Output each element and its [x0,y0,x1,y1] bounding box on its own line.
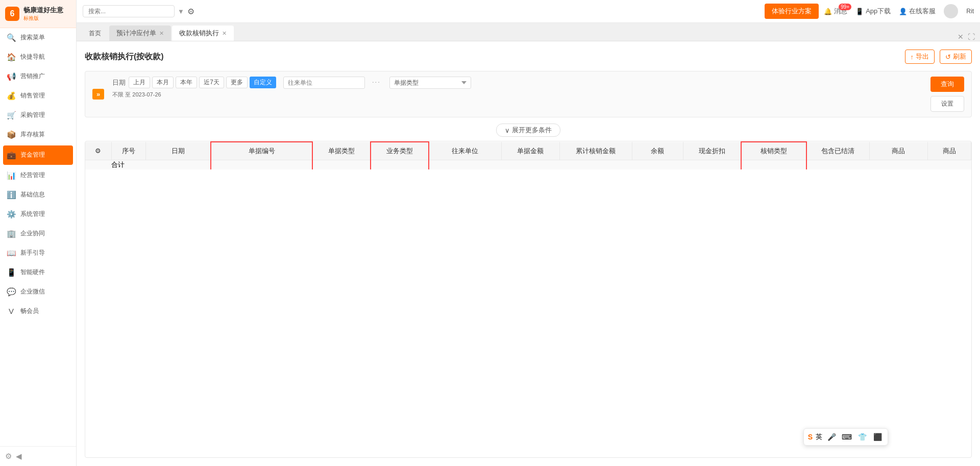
page-title: 收款核销执行(按收款) [85,52,164,62]
filter-expand-button[interactable]: » [92,89,104,100]
tab-expand-icon[interactable]: ⛶ [968,33,975,41]
gear-icon: ⚙️ [6,210,16,219]
mic-icon[interactable]: 🎤 [825,431,838,443]
sidebar-item-label: 新手引导 [20,249,45,257]
sidebar-bottom: ⚙ ◀ [0,446,76,466]
page-header: 收款核销执行(按收款) ↑ 导出 ↺ 刷新 [85,50,972,64]
table-gear-icon[interactable]: ⚙ [95,147,101,155]
topbar-search-input[interactable] [83,5,175,17]
sidebar-item-hardware[interactable]: 📱 智能硬件 [0,263,76,282]
more-filters-icon[interactable]: ... [372,77,382,84]
sidebar-item-newbie[interactable]: 📖 新手引导 [0,243,76,263]
collapse-icon[interactable]: ◀ [16,452,22,461]
avatar [944,4,958,18]
topbar-gear-icon[interactable]: ⚙ [187,7,194,16]
sidebar-item-label: 库存核算 [20,130,45,139]
home-icon: 🏠 [6,53,16,62]
sidebar-item-operations[interactable]: 📊 经营管理 [0,166,76,185]
username[interactable]: Rit [966,8,974,15]
footer-bill-amount [501,160,559,170]
sidebar-item-basic[interactable]: ℹ️ 基础信息 [0,185,76,205]
industry-solution-button[interactable]: 体验行业方案 [765,4,819,19]
footer-row: 合计 [85,160,971,170]
box-icon: 📦 [6,130,16,139]
sidebar-item-search[interactable]: 🔍 搜索菜单 [0,28,76,47]
export-button[interactable]: ↑ 导出 [905,50,935,64]
footer-total-offset [559,160,632,170]
sidebar-item-label: 搜索菜单 [20,33,45,42]
tab-home[interactable]: 首页 [82,26,108,41]
footer-goods2 [927,160,971,170]
app-logo-icon: 6 [5,7,19,21]
tab-close-all-icon[interactable]: ✕ [958,33,964,41]
th-seq: 序号 [111,142,145,160]
footer-offset-type [741,160,806,170]
data-table-container: ⚙ 序号 日期 单据编号 单据类型 业务类型 往来单位 单据金额 累计核销金额 … [85,141,972,458]
tab-collection[interactable]: 收款核销执行 ✕ [172,26,234,41]
phone-icon: 📱 [855,8,864,15]
apps-icon[interactable]: ⬛ [871,431,884,443]
th-gear[interactable]: ⚙ [85,142,111,160]
sidebar-item-wechat[interactable]: 💬 企业微信 [0,282,76,302]
this-month-btn[interactable]: 本月 [152,77,174,88]
data-table: ⚙ 序号 日期 单据编号 单据类型 业务类型 往来单位 单据金额 累计核销金额 … [85,141,971,169]
sidebar-item-finance[interactable]: 💼 资金管理 [3,145,73,165]
sidebar-item-quicknav[interactable]: 🏠 快捷导航 [0,47,76,67]
tab-close-icon[interactable]: ✕ [222,30,227,37]
tabs-right: ✕ ⛶ [958,33,975,41]
shirt-icon[interactable]: 👕 [856,431,868,443]
footer-label: 合计 [111,160,211,170]
footer-bill-type [312,160,371,170]
custom-date-btn[interactable]: 自定义 [250,77,276,88]
expand-more-bar: ∨ 展开更多条件 [85,124,972,137]
footer-partner [429,160,501,170]
sidebar-item-sales[interactable]: 💰 销售管理 [0,86,76,106]
chart-icon: 📊 [6,171,16,180]
sidebar-item-vip[interactable]: V 畅会员 [0,302,76,321]
sidebar-item-label: 经营管理 [20,171,45,180]
sidebar-item-label: 智能硬件 [20,268,45,277]
date-range: 不限 至 2023-07-26 [112,91,276,99]
sidebar-item-purchase[interactable]: 🛒 采购管理 [0,106,76,125]
more-date-btn[interactable]: 更多 [226,77,248,88]
sidebar-item-enterprise[interactable]: 🏢 企业协同 [0,224,76,243]
th-biz-type: 业务类型 [371,142,429,160]
partner-input[interactable] [283,77,365,89]
page-actions: ↑ 导出 ↺ 刷新 [905,50,972,64]
filter-settings-button[interactable]: 设置 [930,96,964,112]
settings-bottom-icon[interactable]: ⚙ [5,452,12,461]
tab-close-icon[interactable]: ✕ [159,30,164,37]
query-button[interactable]: 查询 [930,77,964,92]
keyboard-icon[interactable]: ⌨ [841,431,853,443]
table-header-row: ⚙ 序号 日期 单据编号 单据类型 业务类型 往来单位 单据金额 累计核销金额 … [85,142,971,160]
topbar-online-service[interactable]: 👤 在线客服 [899,7,936,16]
last-7-days-btn[interactable]: 近7天 [199,77,224,88]
this-year-btn[interactable]: 本年 [176,77,197,88]
th-offset-type: 核销类型 [741,142,806,160]
filter-dots: ... [372,77,382,84]
topbar-message[interactable]: 🔔 消息 99+ [824,7,847,16]
sidebar-item-label: 快捷导航 [20,53,45,61]
tab-prepay[interactable]: 预计冲应付单 ✕ [109,26,171,41]
expand-more-button[interactable]: ∨ 展开更多条件 [496,124,560,137]
sougou-input-bar: S 英 🎤 ⌨ 👕 ⬛ [803,428,888,446]
sidebar-item-system[interactable]: ⚙️ 系统管理 [0,205,76,224]
date-label: 日期 [112,78,126,87]
sougou-label: 英 [816,432,822,442]
bill-type-select[interactable]: 单据类型 [389,77,471,89]
sidebar-item-label: 采购管理 [20,111,45,119]
chevron-down-icon[interactable]: ▼ [178,8,184,15]
main-area: ▼ ⚙ 体验行业方案 🔔 消息 99+ 📱 App下载 👤 在线客服 Rit 首… [77,0,980,466]
footer-balance [632,160,683,170]
topbar-search-area: ▼ ⚙ [83,5,760,17]
cart-icon: 🛒 [6,111,16,120]
sidebar-item-marketing[interactable]: 📢 营销推广 [0,67,76,86]
last-month-btn[interactable]: 上月 [129,77,150,88]
sidebar-item-inventory[interactable]: 📦 库存核算 [0,125,76,144]
refresh-button[interactable]: ↺ 刷新 [940,50,972,64]
topbar-app-download[interactable]: 📱 App下载 [855,7,891,16]
expand-icon: ∨ [505,127,510,134]
sidebar-logo: 6 畅康道好生意 标推版 [0,0,76,28]
vip-icon: V [6,307,16,315]
sidebar-item-label: 企业微信 [20,287,45,296]
